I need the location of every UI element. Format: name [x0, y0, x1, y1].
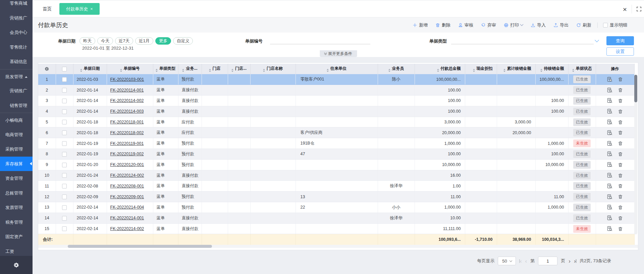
delete-row-icon[interactable] — [618, 109, 623, 114]
table-row[interactable]: 122022-02-09FK-20220209-001蓝单预付款1311.001… — [38, 191, 634, 202]
sort-icon[interactable] — [572, 69, 574, 72]
doc-code-link[interactable]: FK-20220114-001 — [110, 88, 144, 93]
导出-button[interactable]: 导出 — [553, 22, 569, 28]
sort-icon[interactable] — [263, 69, 265, 72]
delete-row-icon[interactable] — [618, 152, 623, 157]
delete-row-icon[interactable] — [618, 226, 623, 231]
view-detail-icon[interactable] — [607, 226, 612, 231]
新增-button[interactable]: 新增 — [413, 22, 428, 28]
审核-button[interactable]: 审核 — [458, 22, 473, 28]
table-row[interactable]: 82022-01-19FK-20220119-002蓝单预付款47100.001… — [38, 149, 634, 160]
view-detail-icon[interactable] — [607, 98, 612, 103]
sidebar-item-库存核算[interactable]: 库存核算 — [0, 157, 33, 171]
table-row[interactable]: 132022-02-14FK-20220214-004蓝单预付款22小小1,00… — [38, 202, 634, 213]
sort-icon[interactable] — [182, 69, 184, 72]
delete-row-icon[interactable] — [618, 77, 623, 82]
doc-code-link[interactable]: FK-20220214-004 — [110, 205, 144, 210]
view-detail-icon[interactable] — [607, 130, 612, 135]
gear-icon[interactable] — [13, 262, 19, 268]
date-pill-昨天[interactable]: 昨天 — [79, 37, 95, 45]
row-checkbox[interactable] — [62, 226, 67, 231]
last-page-icon[interactable]: › — [574, 258, 576, 264]
delete-row-icon[interactable] — [618, 216, 623, 221]
view-detail-icon[interactable] — [607, 205, 612, 210]
column-header-业务员[interactable]: 业务员 — [378, 64, 415, 74]
sidebar-item-发票管理[interactable]: 发票管理 — [0, 200, 33, 215]
sort-icon[interactable] — [156, 69, 158, 72]
sidebar-item-采购管理[interactable]: 采购管理 — [0, 142, 33, 157]
column-header-待核销金额[interactable]: 待核销金额 — [535, 64, 568, 74]
sort-icon[interactable] — [388, 69, 390, 72]
delete-row-icon[interactable] — [618, 98, 623, 103]
column-header-付款总金额[interactable]: 付款总金额 — [415, 64, 465, 74]
select-all-checkbox[interactable] — [62, 67, 67, 71]
column-header-门店名称[interactable]: 门店名称 — [250, 64, 296, 74]
row-checkbox[interactable] — [62, 173, 67, 178]
sort-icon[interactable] — [540, 69, 542, 72]
table-row[interactable]: 152022-02-14FK-20220214-002蓝单直接付款11,111.… — [38, 223, 634, 234]
delete-row-icon[interactable] — [618, 88, 623, 93]
sort-icon[interactable] — [327, 69, 329, 72]
sidebar-item-会员中心[interactable]: 会员中心 — [0, 25, 33, 40]
view-detail-icon[interactable] — [607, 173, 612, 178]
next-page-icon[interactable]: › — [569, 258, 571, 264]
page-input[interactable] — [538, 257, 557, 265]
打印-button[interactable]: 打印 — [504, 22, 523, 28]
settings-button[interactable]: 设置 — [606, 47, 634, 56]
per-page-select[interactable]: 50 — [498, 257, 516, 265]
prev-page-icon[interactable]: ‹ — [525, 258, 527, 264]
sidebar-item-小畅电商[interactable]: 小畅电商 — [0, 113, 33, 127]
delete-row-icon[interactable] — [618, 162, 623, 167]
column-header-单据编号[interactable]: 单据编号 — [107, 64, 153, 74]
column-header-现金折扣[interactable]: 现金折扣 — [465, 64, 497, 74]
row-checkbox[interactable] — [62, 130, 67, 135]
doc-type-input[interactable] — [451, 37, 594, 44]
导入-button[interactable]: 导入 — [531, 22, 546, 28]
row-checkbox[interactable] — [62, 77, 67, 82]
view-detail-icon[interactable] — [607, 183, 612, 189]
doc-code-link[interactable]: FK-20220118-001 — [110, 120, 144, 124]
delete-row-icon[interactable] — [618, 141, 623, 146]
sort-icon[interactable] — [473, 69, 475, 72]
date-pill-近7天[interactable]: 近7天 — [115, 37, 133, 45]
sort-icon[interactable] — [120, 69, 122, 72]
column-header-门店...[interactable]: 门店... — [228, 64, 250, 74]
column-header-往来单位[interactable]: 往来单位 — [296, 64, 378, 74]
table-row[interactable]: 102022-01-24FK-20220124-002蓝单直接付款16.00已生… — [38, 170, 634, 181]
date-pill-今天[interactable]: 今天 — [97, 37, 113, 45]
gear-icon[interactable] — [44, 66, 49, 71]
delete-row-icon[interactable] — [618, 130, 623, 135]
view-detail-icon[interactable] — [607, 119, 612, 125]
doc-code-link[interactable]: FK-20220208-001 — [110, 184, 144, 188]
query-button[interactable]: 查询 — [606, 36, 634, 45]
table-row[interactable]: 72022-01-19FK-20220119-001蓝单预付款191B仓1,00… — [38, 138, 634, 149]
checkbox-icon[interactable] — [603, 23, 608, 28]
sort-icon[interactable] — [209, 69, 211, 72]
doc-code-link[interactable]: FK-20220209-001 — [110, 195, 144, 199]
sidebar-item-营销推广[interactable]: 营销推广 — [0, 11, 33, 25]
row-checkbox[interactable] — [62, 163, 67, 167]
date-pill-近1月[interactable]: 近1月 — [135, 37, 153, 45]
doc-code-link[interactable]: FK-20220119-002 — [110, 152, 144, 156]
row-checkbox[interactable] — [62, 184, 67, 188]
delete-row-icon[interactable] — [618, 205, 623, 210]
doc-code-link[interactable]: FK-20220214-001 — [110, 216, 144, 220]
sidebar-item-电商管理[interactable]: 电商管理 — [0, 127, 33, 142]
row-checkbox[interactable] — [62, 88, 67, 93]
table-row[interactable]: 12022-01-03FK-20220103-001蓝单预付款零散客户001陈小… — [38, 74, 634, 85]
column-header-累计核销金额[interactable]: 累计核销金额 — [497, 64, 535, 74]
sidebar-item-总账管理[interactable]: 总账管理 — [0, 186, 33, 201]
table-row[interactable]: 52022-01-18FK-20220118-001蓝单应付款3,000.003… — [38, 117, 634, 127]
column-header-业务...[interactable]: 业务... — [178, 64, 202, 74]
expand-more-button[interactable]: 展开更多条件 — [320, 50, 357, 57]
row-checkbox[interactable] — [62, 205, 67, 210]
chevron-down-icon[interactable] — [595, 38, 599, 42]
row-checkbox[interactable] — [62, 195, 67, 199]
table-row[interactable]: 112022-02-08FK-20220208-001蓝单直接付款徐泽华1.00… — [38, 181, 634, 191]
view-detail-icon[interactable] — [607, 194, 612, 200]
sidebar-item-零售统计[interactable]: 零售统计 — [0, 40, 33, 55]
view-detail-icon[interactable] — [607, 141, 612, 146]
show-detail-checkbox[interactable]: 显示明细 — [603, 22, 627, 28]
column-header-单据日期[interactable]: 单据日期 — [73, 64, 107, 74]
sidebar-item-销售管理[interactable]: 销售管理 — [0, 98, 33, 113]
